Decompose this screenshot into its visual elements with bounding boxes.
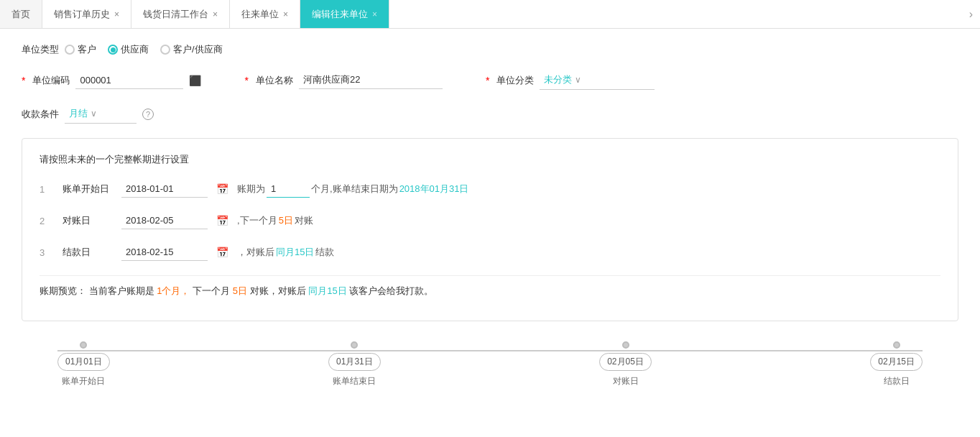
- setting-desc-3-highlight-teal: 同月15日: [276, 246, 314, 259]
- unit-type-label: 单位类型: [22, 43, 59, 56]
- timeline-item-2: 01月31日 账单结束日: [328, 341, 381, 387]
- setting-date-2[interactable]: [121, 212, 208, 229]
- setting-desc-3-prefix: ，对账后: [237, 246, 274, 259]
- setting-desc-1-prefix: 账期为: [237, 183, 265, 196]
- radio-customer-circle: [65, 45, 75, 55]
- setting-num-3: 3: [40, 247, 54, 258]
- setting-desc-1-suffix: 个月,账单结束日期为: [311, 183, 398, 196]
- tab-edit-partner-label: 编辑往来单位: [312, 8, 368, 21]
- category-select[interactable]: 未分类 ∨: [540, 70, 655, 90]
- setting-field-1: 账单开始日: [63, 183, 113, 196]
- category-label: 单位分类: [496, 74, 534, 87]
- preview-highlight1: 1个月，: [157, 285, 190, 296]
- radio-supplier[interactable]: 供应商: [108, 43, 149, 56]
- payment-value: 月结: [69, 107, 88, 120]
- timeline-pill-1: 01月01日: [57, 353, 110, 371]
- setting-date-3[interactable]: [121, 244, 208, 261]
- preview-highlight3: 同月15日: [308, 285, 346, 296]
- setting-field-2: 对账日: [63, 214, 113, 227]
- setting-desc-2-prefix: ,下一个月: [237, 214, 277, 227]
- tab-sales-order-label: 销售订单历史: [54, 8, 110, 21]
- timeline-wrapper: 01月01日 账单开始日 01月31日 账单结束日 02月05日 对账日: [29, 336, 951, 393]
- tab-edit-partner-close[interactable]: ×: [372, 9, 377, 19]
- setting-cal-1[interactable]: 📅: [216, 183, 228, 195]
- radio-group: 客户 供应商 客户/供应商: [65, 43, 223, 56]
- timeline-dot-2: [351, 341, 358, 349]
- setting-desc-1-highlight-teal: 2018年01月31日: [399, 183, 469, 196]
- setting-desc-2-suffix: 对账: [295, 214, 313, 227]
- settings-panel: 请按照未来的一个完整帐期进行设置 1 账单开始日 📅 账期为 个月,账单结束日期…: [22, 138, 958, 321]
- category-required: *: [486, 75, 489, 86]
- radio-both-label: 客户/供应商: [173, 43, 223, 56]
- code-copy-icon[interactable]: ⬛: [189, 75, 201, 86]
- code-label: 单位编码: [32, 74, 70, 87]
- timeline-section: 01月01日 账单开始日 01月31日 账单结束日 02月05日 对账日: [22, 336, 958, 393]
- unit-type-row: 单位类型 客户 供应商 客户/供应商: [22, 43, 958, 56]
- tab-sales-order-close[interactable]: ×: [114, 9, 119, 19]
- timeline-dots-row: 01月01日 账单开始日 01月31日 账单结束日 02月05日 对账日: [57, 341, 923, 387]
- payment-dropdown-icon: ∨: [91, 109, 97, 119]
- timeline-label-3: 对账日: [613, 375, 639, 387]
- category-dropdown-icon: ∨: [575, 75, 581, 85]
- unit-type-group: 单位类型 客户 供应商 客户/供应商: [22, 43, 223, 56]
- code-name-row: * 单位编码 ⬛ * 单位名称 * 单位分类 未分类 ∨: [22, 70, 958, 90]
- tab-sales-order[interactable]: 销售订单历史 ×: [42, 0, 131, 28]
- setting-row-3: 3 结款日 📅 ，对账后 同月15日 结款: [40, 244, 940, 261]
- tab-partner[interactable]: 往来单位 ×: [230, 0, 300, 28]
- name-group: * 单位名称: [244, 72, 442, 89]
- timeline-label-1: 账单开始日: [62, 375, 105, 387]
- setting-desc-3: ，对账后 同月15日 结款: [237, 246, 334, 259]
- category-value: 未分类: [544, 73, 572, 86]
- tab-home-label: 首页: [11, 8, 30, 21]
- tab-edit-partner[interactable]: 编辑往来单位 ×: [300, 0, 389, 28]
- radio-both[interactable]: 客户/供应商: [160, 43, 223, 56]
- timeline-dot-4: [893, 341, 900, 349]
- code-input[interactable]: [75, 72, 183, 89]
- payment-select[interactable]: 月结 ∨: [65, 104, 137, 124]
- setting-desc-3-suffix: 结款: [315, 246, 334, 259]
- setting-desc-2: ,下一个月 5日 对账: [237, 214, 313, 227]
- preview-text-after: 该客户会给我打款。: [349, 285, 433, 296]
- tab-cash-work[interactable]: 钱货日清工作台 ×: [131, 0, 230, 28]
- timeline-label-4: 结款日: [884, 375, 910, 387]
- code-required: *: [22, 75, 25, 86]
- timeline-dot-1: [80, 341, 87, 349]
- setting-num-2: 2: [40, 216, 54, 226]
- payment-row: 收款条件 月结 ∨ ?: [22, 104, 958, 124]
- timeline-pill-4: 02月15日: [870, 353, 923, 371]
- category-group: * 单位分类 未分类 ∨: [486, 70, 655, 90]
- name-required: *: [244, 75, 248, 86]
- tab-cash-work-close[interactable]: ×: [213, 9, 218, 19]
- preview-text-before: 当前客户账期是: [89, 285, 154, 296]
- period-input[interactable]: [267, 180, 310, 198]
- preview-section: 账期预览： 当前客户账期是 1个月， 下一个月 5日 对账，对账后 同月15日 …: [40, 275, 940, 306]
- timeline-dot-3: [622, 341, 629, 349]
- code-group: * 单位编码 ⬛: [22, 72, 201, 89]
- tab-home[interactable]: 首页: [0, 0, 42, 28]
- timeline-label-2: 账单结束日: [333, 375, 376, 387]
- timeline-item-4: 02月15日 结款日: [870, 341, 923, 387]
- setting-desc-2-highlight: 5日: [279, 214, 293, 227]
- timeline-item-3: 02月05日 对账日: [599, 341, 652, 387]
- content-area: 单位类型 客户 供应商 客户/供应商 * 单位编码: [0, 29, 980, 437]
- setting-row-2: 2 对账日 📅 ,下一个月 5日 对账: [40, 212, 940, 229]
- name-label: 单位名称: [256, 74, 293, 87]
- setting-cal-2[interactable]: 📅: [216, 215, 228, 226]
- preview-text-middle1: 下一个月: [193, 285, 230, 296]
- setting-cal-3[interactable]: 📅: [216, 247, 228, 258]
- radio-supplier-label: 供应商: [121, 43, 149, 56]
- radio-customer[interactable]: 客户: [65, 43, 96, 56]
- payment-help-icon[interactable]: ?: [142, 109, 154, 120]
- preview-text-middle2: 对账，对账后: [250, 285, 309, 296]
- radio-both-circle: [160, 45, 170, 55]
- timeline-item-1: 01月01日 账单开始日: [57, 341, 110, 387]
- tab-cash-work-label: 钱货日清工作台: [143, 8, 208, 21]
- tab-partner-label: 往来单位: [241, 8, 279, 21]
- name-input[interactable]: [299, 72, 443, 89]
- preview-label: 账期预览：: [40, 285, 86, 296]
- timeline-inner: 01月01日 账单开始日 01月31日 账单结束日 02月05日 对账日: [29, 341, 951, 387]
- setting-date-1[interactable]: [121, 180, 208, 198]
- tab-bar: 首页 销售订单历史 × 钱货日清工作台 × 往来单位 × 编辑往来单位 × ›: [0, 0, 980, 29]
- tab-expand-button[interactable]: ›: [962, 0, 980, 28]
- tab-partner-close[interactable]: ×: [283, 9, 288, 19]
